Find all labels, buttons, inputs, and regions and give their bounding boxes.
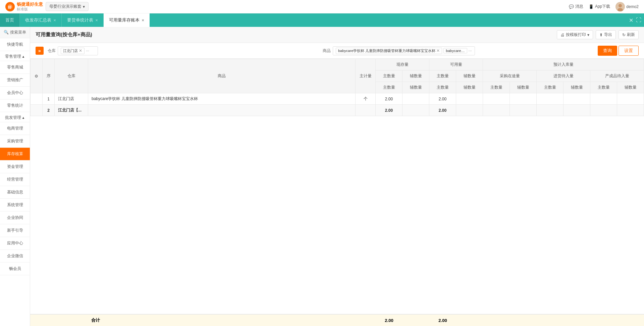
svg-point-3 <box>619 4 622 7</box>
th-stock-main: 主数量 <box>376 71 402 82</box>
cell-group-settings <box>31 105 43 116</box>
cell-group-avail-main: 2.00 <box>429 105 456 116</box>
sidebar-wholesale-label: 批发管理 <box>5 115 21 121</box>
top-bar-left: 好 畅捷通好生意 标准版 母婴行业演示账套 ▾ <box>5 2 89 11</box>
sidebar-section-retail[interactable]: 零售管理 ▲ <box>0 51 30 61</box>
content-area: 可用量查询(按仓库+商品) 🖨 按模板打印 ▾ ⬆ 导出 ↻ 刷新 <box>30 27 644 326</box>
cell-stock-aux <box>402 93 429 105</box>
sidebar-search[interactable]: 🔍 搜索菜单 <box>0 27 30 38</box>
sidebar-item-operation[interactable]: 经营管理 <box>0 173 30 186</box>
cell-stock-main: 2.00 <box>376 93 402 105</box>
product-tag-1-remove[interactable]: ✕ <box>436 48 440 53</box>
tab-available-stock-close[interactable]: ✕ <box>142 18 144 22</box>
tab-receive-summary-close[interactable]: ✕ <box>53 18 56 22</box>
th-avail-main: 主数量 <box>429 71 456 82</box>
th-stock-main2: 主数量 <box>376 82 402 93</box>
query-button[interactable]: 查询 <box>598 46 617 56</box>
th-planned-in: 预计入库量 <box>483 59 644 71</box>
sidebar-item-vip[interactable]: 畅会员 <box>0 263 30 275</box>
sidebar-vip-label: 畅会员 <box>9 266 21 271</box>
sidebar-item-system[interactable]: 系统管理 <box>0 199 30 212</box>
sidebar-item-marketing[interactable]: 营销推广 <box>0 74 30 87</box>
th-stock-aux2: 辅数量 <box>402 82 429 93</box>
warehouse-tag-remove[interactable]: ✕ <box>79 48 82 53</box>
sidebar-item-enterprise-wechat[interactable]: 企业微信 <box>0 250 30 263</box>
expand-button[interactable]: » <box>36 47 44 55</box>
print-button[interactable]: 🖨 按模板打印 ▾ <box>557 30 593 39</box>
th-avail-main2: 主数量 <box>429 82 456 93</box>
th-avail-aux2: 辅数量 <box>456 82 483 93</box>
product-tag-1: babycare学饮杯 儿童防摔防撞吸管杯重力球吸嘴杯宝宝水杯 ✕ <box>336 48 442 54</box>
cell-group-stock-main: 2.00 <box>376 105 402 116</box>
product-input[interactable]: babycare学饮杯 儿童防摔防撞吸管杯重力球吸嘴杯宝宝水杯 ✕ babyca… <box>333 46 475 55</box>
cell-product-incoming-aux <box>617 93 644 105</box>
user-profile[interactable]: demo2 <box>615 2 639 11</box>
tab-receive-summary[interactable]: 收发存汇总表 ✕ <box>20 13 62 27</box>
refresh-button[interactable]: ↻ 刷新 <box>619 30 639 39</box>
tab-order-stats-close[interactable]: ✕ <box>95 18 98 22</box>
close-all-tabs[interactable]: ✕ <box>629 17 633 24</box>
th-incoming: 进货待入量 <box>537 71 590 82</box>
sidebar-item-retail-stats[interactable]: 零售统计 <box>0 99 30 112</box>
cell-group-pt-aux <box>510 105 537 116</box>
sidebar-item-basic-info[interactable]: 基础信息 <box>0 186 30 199</box>
cell-settings <box>31 93 43 105</box>
retail-expand-icon: ▲ <box>22 55 25 58</box>
cell-group-warehouse: 江北门店【... <box>55 105 88 116</box>
export-button[interactable]: ⬆ 导出 <box>596 30 616 39</box>
cell-unit: 个 <box>356 93 376 105</box>
sidebar-item-app-center[interactable]: 应用中心 <box>0 237 30 250</box>
cell-product: babycare学饮杯 儿童防摔防撞吸管杯重力球吸嘴杯宝宝水杯 <box>88 93 356 105</box>
nav-tabs-right: ✕ ⛶ <box>629 17 644 24</box>
sidebar-item-finance[interactable]: 资金管理 <box>0 160 30 173</box>
sidebar-item-ecommerce[interactable]: 电商管理 <box>0 122 30 135</box>
username-label: demo2 <box>626 4 639 9</box>
filter-bar: » 仓库 江北门店 ✕ ··· 商品 babycare学饮杯 儿童防摔防撞吸管杯… <box>30 43 644 59</box>
sidebar-search-label: 搜索菜单 <box>10 30 26 35</box>
th-product: 商品 <box>88 59 356 93</box>
cell-incoming-aux <box>564 93 590 105</box>
sidebar-item-inventory[interactable]: 库存核算 <box>0 148 30 160</box>
sidebar-item-new-guide[interactable]: 新手引导 <box>0 224 30 237</box>
th-settings[interactable]: ⚙ <box>31 59 43 93</box>
cell-avail-aux <box>456 93 483 105</box>
sidebar-item-enterprise-collab[interactable]: 企业协同 <box>0 212 30 224</box>
product-tag-2-value: babycare… <box>446 49 465 53</box>
product-filter-group: 商品 babycare学饮杯 儿童防摔防撞吸管杯重力球吸嘴杯宝宝水杯 ✕ bab… <box>323 46 594 55</box>
sidebar-operation-label: 经营管理 <box>7 177 23 182</box>
table-wrapper: ⚙ 序 仓库 商品 主计量 现存量 可用量 预计入库量 主数量 辅数量 主数量 <box>30 59 644 326</box>
sidebar-purchase-label: 采购管理 <box>7 139 23 143</box>
sidebar-item-retail-mall[interactable]: 零售商城 <box>0 61 30 74</box>
table-spacer <box>30 116 644 314</box>
print-chevron-icon: ▾ <box>587 33 589 37</box>
filter-actions: 查询 设置 <box>598 46 639 56</box>
sidebar-basic-info-label: 基础信息 <box>7 190 23 194</box>
tab-available-stock-label: 可用量库存账本 <box>109 17 140 23</box>
sidebar-section-wholesale[interactable]: 批发管理 ▲ <box>0 112 30 122</box>
print-label: 按模板打印 <box>566 32 586 38</box>
industry-label: 母婴行业演示账套 <box>49 4 82 9</box>
tab-order-stats-label: 要货单统计表 <box>67 17 93 23</box>
app-download-action[interactable]: 📱 App下载 <box>589 4 610 9</box>
sidebar-item-purchase[interactable]: 采购管理 <box>0 135 30 148</box>
tab-available-stock[interactable]: 可用量库存账本 ✕ <box>104 13 150 27</box>
tab-home[interactable]: 首页 <box>0 13 20 27</box>
th-incoming-main: 主数量 <box>537 82 564 93</box>
message-action[interactable]: 💬 消息 <box>569 4 583 9</box>
setting-button[interactable]: 设置 <box>619 46 639 56</box>
product-more-icon: ··· <box>469 48 472 53</box>
sidebar-item-quick-nav[interactable]: 快捷导航 <box>0 38 30 51</box>
warehouse-input[interactable]: 江北门店 ✕ ··· <box>58 46 98 55</box>
industry-selector[interactable]: 母婴行业演示账套 ▾ <box>46 2 89 11</box>
th-unit: 主计量 <box>356 59 376 93</box>
table-footer: 合计 2.00 2.00 <box>30 314 644 326</box>
wholesale-expand-icon: ▲ <box>22 116 25 120</box>
svg-text:好: 好 <box>8 5 12 9</box>
sidebar-marketing-label: 营销推广 <box>7 78 23 82</box>
brand-name: 畅捷通好生意 <box>17 2 43 7</box>
tab-order-stats[interactable]: 要货单统计表 ✕ <box>62 13 104 27</box>
sidebar-item-member-center[interactable]: 会员中心 <box>0 87 30 99</box>
page-actions: 🖨 按模板打印 ▾ ⬆ 导出 ↻ 刷新 <box>557 30 639 39</box>
th-product-incoming-main: 主数量 <box>590 82 617 93</box>
maximize-icon[interactable]: ⛶ <box>636 17 641 23</box>
